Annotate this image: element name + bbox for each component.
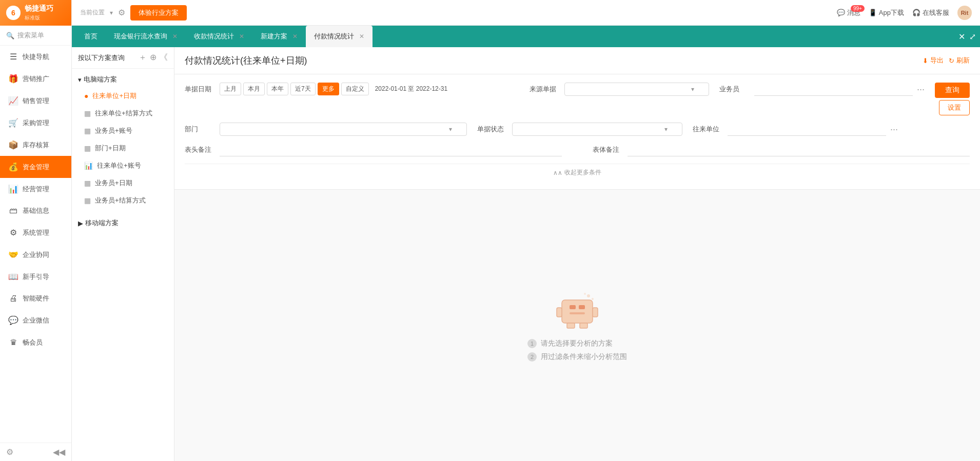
sidebar-item-finance[interactable]: 💰 资金管理 [0,156,71,178]
footer-settings-icon[interactable]: ⚙ [6,447,13,457]
dept-label: 部门 [185,125,215,134]
expand-icon[interactable]: ⤢ [969,32,976,42]
topbar: 当前位置 ▾ ⚙ 体验行业方案 💬 消息 99+ 📱 App下载 🎧 在线客服 … [72,0,980,26]
export-icon: ⬇ [923,57,928,65]
tab-home[interactable]: 首页 [76,26,106,47]
table-body-note-input[interactable] [628,143,970,156]
scheme-item-dept-date[interactable]: ▦ 部门+日期 [78,139,168,157]
tab-bank-flow[interactable]: 现金银行流水查询 ✕ [106,26,186,47]
scheme-item-unit-settle[interactable]: ▦ 往来单位+结算方式 [78,105,168,122]
breadcrumb-dropdown-icon[interactable]: ▾ [110,9,113,16]
unit-more-icon[interactable]: ··· [890,124,898,135]
tab-bank-flow-close-icon[interactable]: ✕ [172,33,178,40]
empty-tip-1-text: 请先选择要分析的方案 [541,339,613,348]
online-service-button[interactable]: 🎧 在线客服 [912,8,949,17]
sidebar-item-enterprise[interactable]: 🤝 企业协同 [0,244,71,266]
collapse-panel-icon[interactable]: 《 [160,52,168,63]
date-btn-this-year[interactable]: 本年 [267,83,288,95]
wechat-icon: 💬 [8,315,18,325]
svg-point-9 [592,298,594,300]
sidebar-nav: ☰ 快捷导航 🎁 营销推广 📈 销售管理 🛒 采购管理 📦 库存核算 💰 资金管… [0,46,71,353]
date-btn-7days[interactable]: 近7天 [290,83,316,95]
date-btn-last-month[interactable]: 上月 [220,83,241,95]
tab-payment-stats-close-icon[interactable]: ✕ [359,33,364,40]
mobile-scheme-group-header[interactable]: ▶ 移动端方案 [78,215,168,231]
sidebar-search[interactable]: 🔍 搜索菜单 [0,26,71,46]
trial-button[interactable]: 体验行业方案 [130,5,187,21]
topbar-settings-icon[interactable]: ⚙ [118,8,125,17]
sidebar-item-operations[interactable]: 📊 经营管理 [0,178,71,200]
collapse-filter-button[interactable]: ∧∧ 收起更多条件 [185,164,970,181]
scheme-item-staff-date[interactable]: ▦ 业务员+日期 [78,174,168,192]
export-label: 导出 [930,56,944,65]
scheme-item-label: 往来单位+账号 [97,161,141,170]
tab-payment-stats[interactable]: 付款情况统计 ✕ [306,26,373,47]
unit-input[interactable] [728,123,886,136]
tab-receipt-stats[interactable]: 收款情况统计 ✕ [186,26,252,47]
sidebar-item-member[interactable]: ♛ 畅会员 [0,331,71,353]
export-button[interactable]: ⬇ 导出 [923,56,944,65]
tab-receipt-stats-close-icon[interactable]: ✕ [239,33,244,40]
footer-collapse-icon[interactable]: ◀◀ [53,447,65,457]
scheme-item-staff-account[interactable]: ▦ 业务员+账号 [78,122,168,139]
close-all-icon[interactable]: ✕ [958,32,965,42]
topbar-right: 💬 消息 99+ 📱 App下载 🎧 在线客服 Rit [837,6,972,20]
sidebar-item-label: 企业微信 [23,316,49,325]
service-label: 在线客服 [923,8,949,17]
message-button[interactable]: 💬 消息 99+ [837,8,860,17]
scheme-item-label: 往来单位+结算方式 [95,109,152,118]
tip-num-1: 1 [527,339,537,348]
date-btn-more[interactable]: 更多 [318,83,339,95]
dept-select[interactable]: ▾ [220,123,467,136]
scheme-item-staff-settle[interactable]: ▦ 业务员+结算方式 [78,192,168,209]
sidebar-item-quick-nav[interactable]: ☰ 快捷导航 [0,46,71,68]
sidebar-item-wechat[interactable]: 💬 企业微信 [0,309,71,331]
pc-scheme-group-header[interactable]: ▾ 电脑端方案 [78,72,168,87]
marketing-icon: 🎁 [8,74,18,84]
scheme-item-unit-account[interactable]: 📊 往来单位+账号 [78,157,168,174]
sidebar-item-label: 资金管理 [23,163,49,172]
refresh-button[interactable]: ↻ 刷新 [949,56,970,65]
add-scheme-icon[interactable]: ＋ [139,52,147,63]
source-voucher-select[interactable]: ▾ [564,83,709,96]
settings-button[interactable]: 设置 [939,100,970,115]
tab-new-plan-close-icon[interactable]: ✕ [292,33,298,40]
scheme-active-icon: ● [84,92,88,100]
sidebar-item-sales[interactable]: 📈 销售管理 [0,90,71,112]
table-header-note-input[interactable] [220,143,562,156]
tab-bar: 首页 现金银行流水查询 ✕ 收款情况统计 ✕ 新建方案 ✕ 付款情况统计 ✕ ✕… [72,26,980,47]
sidebar-item-system[interactable]: ⚙ 系统管理 [0,222,71,244]
voucher-status-select[interactable]: ▾ [512,123,682,136]
sidebar-item-purchase[interactable]: 🛒 采购管理 [0,112,71,134]
refresh-label: 刷新 [956,56,970,65]
table-body-note-label: 表体备注 [593,145,623,154]
query-button[interactable]: 查询 [935,83,970,98]
svg-rect-2 [579,305,585,309]
sidebar-item-label: 智能硬件 [23,294,49,303]
filter-table-header-note: 表头备注 [185,143,562,156]
sidebar-item-basic[interactable]: 🗃 基础信息 [0,200,71,222]
svg-rect-6 [567,323,575,328]
tip-num-2: 2 [527,352,537,362]
dept-arrow-icon: ▾ [449,126,452,133]
tab-new-plan[interactable]: 新建方案 ✕ [252,26,306,47]
sales-icon: 📈 [8,96,18,106]
quick-nav-icon: ☰ [8,52,18,62]
staff-more-icon[interactable]: ··· [917,84,925,95]
scheme-settings-icon[interactable]: ⊕ [150,52,156,63]
filter-voucher-date: 单据日期 上月 本月 本年 近7天 更多 自定义 2022-01-01 至 20… [185,83,519,95]
scheme-item-unit-date[interactable]: ● 往来单位+日期 [78,87,168,105]
sidebar-item-guide[interactable]: 📖 新手引导 [0,266,71,288]
app-download-button[interactable]: 📱 App下载 [869,8,904,17]
date-btn-this-month[interactable]: 本月 [243,83,265,95]
avatar[interactable]: Rit [957,6,972,20]
svg-rect-1 [570,305,576,309]
sidebar-item-hardware[interactable]: 🖨 智能硬件 [0,288,71,309]
sidebar-item-label: 经营管理 [23,185,49,194]
left-panel: 按以下方案查询 ＋ ⊕ 《 ▾ 电脑端方案 ● 往来单位+日期 ▦ [72,47,174,461]
sidebar-item-inventory[interactable]: 📦 库存核算 [0,134,71,156]
date-btn-custom[interactable]: 自定义 [341,83,369,95]
sidebar-item-marketing[interactable]: 🎁 营销推广 [0,68,71,90]
empty-state-icon [552,290,603,331]
staff-input[interactable] [754,83,913,96]
